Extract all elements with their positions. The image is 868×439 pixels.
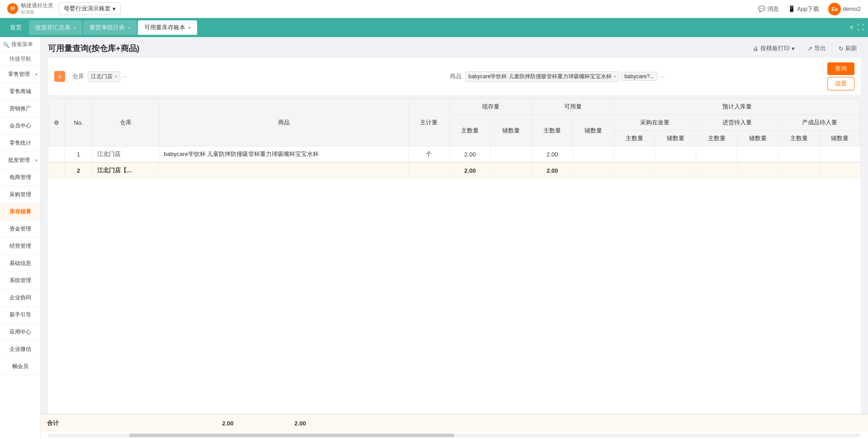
sidebar-item-ecommerce[interactable]: 电商管理 xyxy=(0,169,40,186)
app-download-label: App下载 xyxy=(797,5,819,13)
quick-nav-label: 快捷导航 xyxy=(9,56,31,62)
avatar-text: Ea xyxy=(832,6,838,12)
query-button[interactable]: 查询 xyxy=(827,62,854,75)
sidebar-item-corp-wechat[interactable]: 企业微信 xyxy=(0,341,40,358)
refresh-label: 刷新 xyxy=(845,44,857,52)
col-warehouse: 仓库 xyxy=(93,99,159,146)
cell-stock-aux xyxy=(491,146,532,163)
sidebar-item-vip[interactable]: 畅会员 xyxy=(0,358,40,375)
sidebar-item-finance-label: 资金管理 xyxy=(3,225,38,233)
content-area: 可用量查询(按仓库+商品) 🖨 按模板打印 ▾ ↗ 导出 ↻ 刷新 » xyxy=(41,37,868,439)
tab-available-stock[interactable]: 可用量库存账本 × xyxy=(138,20,197,35)
col-product: 商品 xyxy=(159,99,409,146)
sidebar-quick-nav[interactable]: 快捷导航 xyxy=(0,52,40,66)
col-settings[interactable]: ⚙ xyxy=(48,99,65,146)
cell-no-2: 2 xyxy=(65,162,93,179)
col-prod-main: 主数量 xyxy=(778,131,820,146)
message-label: 消息 xyxy=(767,5,779,13)
sidebar-item-basic-info-label: 基础信息 xyxy=(3,260,38,267)
sidebar-item-ecommerce-label: 电商管理 xyxy=(3,174,38,181)
col-forecast-inbound: 预计入库量 xyxy=(614,99,861,115)
warehouse-tag[interactable]: 江北门店 × xyxy=(88,71,120,82)
product-filter-more[interactable]: ··· xyxy=(659,73,665,80)
sidebar-item-retail-mall[interactable]: 零售商城 xyxy=(0,83,40,100)
sidebar-item-operations[interactable]: 经营管理 xyxy=(0,238,40,255)
logo-icon: 好 xyxy=(7,3,18,14)
col-incoming-aux: 辅数量 xyxy=(737,131,778,146)
app-download-btn[interactable]: 📱 App下载 xyxy=(788,5,819,13)
sidebar-item-new-guide[interactable]: 新手引导 xyxy=(0,307,40,324)
horizontal-scrollbar[interactable] xyxy=(48,434,861,437)
table-row: 1 江北门店 babycare学饮杯 儿童防摔防撞吸管杯重力球吸嘴杯宝宝水杯 个… xyxy=(48,146,861,163)
product-filter-tags: babycare学饮杯 儿童防摔防撞吸管杯重力球吸嘴杯宝宝水杯 × babyca… xyxy=(465,71,820,82)
cell-unit-2 xyxy=(408,162,449,179)
template-print-btn[interactable]: 🖨 按模板打印 ▾ xyxy=(749,42,798,54)
product-tag-1-close[interactable]: × xyxy=(613,74,616,79)
cell-purchase-main xyxy=(614,146,655,163)
sidebar-search[interactable]: 🔍 搜索菜单 xyxy=(0,37,40,52)
tab-order-stats-close[interactable]: × xyxy=(127,25,130,30)
warehouse-tag-close[interactable]: × xyxy=(114,74,117,79)
sidebar-item-retail-mall-label: 零售商城 xyxy=(3,88,38,95)
user-profile[interactable]: Ea demo2 xyxy=(828,3,861,15)
col-production-pending: 产成品待入量 xyxy=(778,115,861,131)
product-tag-1[interactable]: babycare学饮杯 儿童防摔防撞吸管杯重力球吸嘴杯宝宝水杯 × xyxy=(465,71,619,82)
settings-button[interactable]: 设置 xyxy=(827,77,854,90)
sidebar-item-member-label: 会员中心 xyxy=(3,122,38,130)
sidebar-item-basic-info[interactable]: 基础信息 xyxy=(0,255,40,272)
chevron-down-icon: ▾ xyxy=(35,72,38,77)
filter-area: » 仓库 江北门店 × ··· 商品 babycare学饮杯 儿童防摔防撞吸管杯… xyxy=(48,58,861,95)
product-tag-2[interactable]: babycare?... xyxy=(621,72,657,81)
col-avail-main: 主数量 xyxy=(532,115,573,146)
search-icon: 🔍 xyxy=(3,42,9,48)
page-title: 可用量查询(按仓库+商品) xyxy=(48,43,140,54)
sidebar-item-finance[interactable]: 资金管理 xyxy=(0,221,40,238)
sidebar-item-wholesale[interactable]: 批发管理 ▾ xyxy=(0,152,40,169)
tab-available-stock-close[interactable]: × xyxy=(188,25,191,30)
cell-stock-main-2: 2.00 xyxy=(449,162,491,179)
sidebar-item-retail-stats[interactable]: 零售统计 xyxy=(0,135,40,152)
top-bar: 好 畅捷通好生意 标准版 母婴行业演示账套 ▾ 💬 消息 📱 App下载 Ea … xyxy=(0,0,868,18)
sidebar-item-wholesale-label: 批发管理 xyxy=(3,156,35,164)
filter-toggle-btn[interactable]: » xyxy=(54,71,65,82)
footer-stock-main: 2.00 xyxy=(210,420,246,427)
col-current-stock: 现存量 xyxy=(449,99,532,115)
sidebar-item-inventory[interactable]: 库存核算 xyxy=(0,203,40,221)
page-header: 可用量查询(按仓库+商品) 🖨 按模板打印 ▾ ↗ 导出 ↻ 刷新 xyxy=(41,37,868,58)
warehouse-filter-label: 仓库 xyxy=(72,72,84,80)
sidebar-item-retail-mgmt[interactable]: 零售管理 ▾ xyxy=(0,66,40,83)
tenant-selector[interactable]: 母婴行业演示账套 ▾ xyxy=(59,2,121,15)
cell-avail-main: 2.00 xyxy=(532,146,573,163)
cell-avail-aux-2 xyxy=(573,162,614,179)
col-purchase-main: 主数量 xyxy=(614,131,655,146)
sidebar-item-sys-mgmt[interactable]: 系统管理 xyxy=(0,272,40,289)
refresh-btn[interactable]: ↻ 刷新 xyxy=(835,42,861,54)
data-table: ⚙ No. 仓库 商品 主计量 现存量 可用量 预计入库量 主数量 辅数量 主数… xyxy=(48,99,861,179)
logo-sub: 标准版 xyxy=(21,9,53,15)
sidebar-item-app-center[interactable]: 应用中心 xyxy=(0,324,40,341)
sidebar-item-member[interactable]: 会员中心 xyxy=(0,118,40,135)
tab-recv-send[interactable]: 收发存汇总表 × xyxy=(29,20,82,35)
print-icon: 🖨 xyxy=(753,45,759,52)
export-btn[interactable]: ↗ 导出 xyxy=(804,42,830,54)
tab-order-stats[interactable]: 要货单统计表 × xyxy=(83,20,137,35)
sidebar-item-purchase[interactable]: 采购管理 xyxy=(0,186,40,203)
footer-stock-aux xyxy=(246,420,282,427)
message-btn[interactable]: 💬 消息 xyxy=(758,5,779,13)
sidebar-item-vip-label: 畅会员 xyxy=(3,363,38,370)
col-no: No. xyxy=(65,99,93,146)
tab-fullscreen-btn[interactable]: ⛶ xyxy=(857,24,864,32)
sidebar-item-corp-collab[interactable]: 企业协同 xyxy=(0,289,40,307)
table-footer: 合计 2.00 2.00 xyxy=(41,414,868,432)
chevron-down-icon: ▾ xyxy=(35,158,38,163)
warehouse-filter-more[interactable]: ··· xyxy=(122,73,127,80)
cell-avail-main-2: 2.00 xyxy=(532,162,573,179)
tab-recv-send-close[interactable]: × xyxy=(73,25,76,30)
sidebar-item-marketing[interactable]: 营销推广 xyxy=(0,100,40,118)
tab-order-stats-label: 要货单统计表 xyxy=(90,24,125,32)
logo-text-block: 畅捷通好生意 标准版 xyxy=(21,2,53,15)
tab-home[interactable]: 首页 xyxy=(4,20,28,35)
col-prod-aux: 辅数量 xyxy=(819,131,860,146)
table-row-subtotal: 2 江北门店【... 2.00 2.00 xyxy=(48,162,861,179)
tab-close-all-btn[interactable]: × xyxy=(849,24,854,32)
